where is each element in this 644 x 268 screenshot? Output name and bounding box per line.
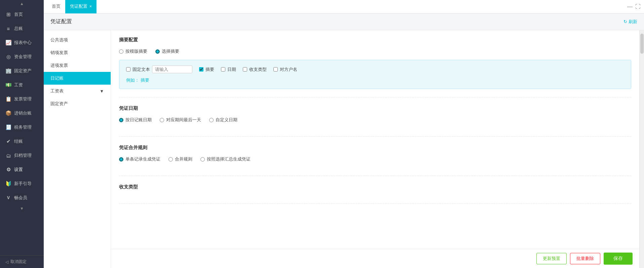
- radio-template-input[interactable]: [119, 49, 123, 54]
- page-wrapper: 凭证配置 ↻ 刷新 公共选项 销项发票 进项发票 日记账: [44, 13, 644, 268]
- checkbox-date[interactable]: 日期: [221, 66, 236, 73]
- radio-custom-date[interactable]: 自定义日期: [209, 117, 237, 123]
- checkbox-summary[interactable]: 摘要: [199, 66, 214, 73]
- radio-merge[interactable]: 合并规则: [168, 156, 192, 162]
- merge-rules-title: 凭证合并规则: [119, 145, 631, 151]
- refresh-button[interactable]: ↻ 刷新: [623, 19, 637, 25]
- sidebar-item-checkout[interactable]: ✔ 结账: [0, 134, 44, 148]
- left-nav-public[interactable]: 公共选项: [44, 34, 111, 46]
- maximize-icon[interactable]: ⛶: [635, 4, 641, 10]
- merge-rules-radio-group: 单条记录生成凭证 合并规则 按照选择汇总生成凭证: [119, 156, 631, 162]
- sidebar-scroll-up[interactable]: ▲: [0, 0, 44, 7]
- radio-journal-date-input[interactable]: [119, 118, 123, 122]
- radio-select[interactable]: 选择摘要: [155, 48, 179, 54]
- checkbox-counterpart[interactable]: 对方户名: [273, 66, 297, 73]
- funds-icon: ◎: [5, 54, 11, 60]
- merge-rules-section: 凭证合并规则 单条记录生成凭证 合并规则: [119, 145, 631, 176]
- example-text-row: 例如： 摘要: [126, 77, 624, 83]
- page-header: 凭证配置 ↻ 刷新: [44, 13, 644, 30]
- left-nav-payroll[interactable]: 工资表 ▼: [44, 85, 111, 97]
- sidebar-item-invoice[interactable]: 📋 发票管理: [0, 92, 44, 106]
- example-value: 摘要: [141, 78, 149, 83]
- radio-select-input[interactable]: [155, 49, 160, 54]
- scrollbar-thumb: [640, 34, 644, 54]
- checkbox-row: 固定文本 摘要 日期: [126, 65, 624, 73]
- checkbox-summary-input[interactable]: [199, 67, 203, 72]
- voucher-date-radio-group: 按日记账日期 对应期间最后一天 自定义日期: [119, 117, 631, 123]
- sidebar-item-assets[interactable]: 🏢 固定资产: [0, 64, 44, 78]
- summary-config-title: 摘要配置: [119, 37, 631, 43]
- tax-icon: 🧾: [5, 124, 11, 130]
- summary-radio-group: 按模版摘要 选择摘要: [119, 48, 631, 54]
- update-preview-button[interactable]: 更新预置: [536, 253, 567, 264]
- left-nav-journal[interactable]: 日记账: [44, 72, 111, 85]
- radio-summary[interactable]: 按照选择汇总生成凭证: [200, 156, 251, 162]
- summary-config-box: 固定文本 摘要 日期: [119, 60, 631, 89]
- voucher-date-title: 凭证日期: [119, 105, 631, 111]
- radio-single-input[interactable]: [119, 157, 123, 162]
- reports-icon: 📈: [5, 40, 11, 46]
- left-nav-sales-invoice[interactable]: 销项发票: [44, 46, 111, 59]
- sidebar-item-ledger[interactable]: ≡ 总账: [0, 21, 44, 36]
- left-nav-fixed-assets[interactable]: 固定资产: [44, 97, 111, 110]
- checkout-icon: ✔: [5, 138, 11, 144]
- example-prefix: 例如：: [126, 78, 139, 83]
- refresh-icon: ↻: [623, 19, 627, 24]
- settings-icon: ⚙: [5, 167, 11, 173]
- page-title: 凭证配置: [50, 18, 72, 25]
- tab-controls: — ⛶: [627, 4, 641, 10]
- tab-home[interactable]: 首页: [47, 0, 65, 13]
- sidebar-item-home[interactable]: ⊞ 首页: [0, 7, 44, 21]
- archive-icon: 🗂: [5, 153, 11, 159]
- sidebar-scroll-down[interactable]: ▼: [0, 205, 44, 212]
- purchase-icon: 📦: [5, 110, 11, 116]
- payment-type-title: 收支类型: [119, 184, 631, 190]
- sidebar-item-funds[interactable]: ◎ 资金管理: [0, 50, 44, 64]
- radio-last-day-input[interactable]: [160, 118, 164, 122]
- radio-single[interactable]: 单条记录生成凭证: [119, 156, 160, 162]
- sidebar-item-purchase[interactable]: 📦 进销台账: [0, 106, 44, 120]
- radio-last-day[interactable]: 对应期间最后一天: [160, 117, 201, 123]
- checkbox-date-input[interactable]: [221, 67, 225, 72]
- invoice-icon: 📋: [5, 96, 11, 102]
- fixed-text-input[interactable]: [152, 65, 192, 73]
- right-content: 摘要配置 按模版摘要 选择摘要: [111, 30, 639, 249]
- radio-template[interactable]: 按模版摘要: [119, 48, 147, 54]
- assets-icon: 🏢: [5, 68, 11, 74]
- payment-type-section: 收支类型: [119, 184, 631, 204]
- voucher-date-section: 凭证日期 按日记账日期 对应期间最后一天: [119, 105, 631, 137]
- radio-custom-date-input[interactable]: [209, 118, 214, 122]
- radio-merge-input[interactable]: [168, 157, 173, 162]
- checkbox-fixed-text-input[interactable]: [126, 67, 130, 72]
- checkbox-fixed-text[interactable]: 固定文本: [126, 65, 192, 73]
- left-nav-purchase-invoice[interactable]: 进项发票: [44, 59, 111, 72]
- radio-summary-input[interactable]: [200, 157, 205, 162]
- sidebar-item-salary[interactable]: 💵 工资: [0, 78, 44, 92]
- content-area: 公共选项 销项发票 进项发票 日记账 工资表 ▼ 固定资产: [44, 30, 644, 268]
- tab-close-icon[interactable]: ×: [89, 4, 92, 9]
- sidebar: ▲ ⊞ 首页 ≡ 总账 📈 报表中心 ◎ 资金管理 🏢 固定资产 💵 工资 📋 …: [0, 0, 44, 268]
- ledger-icon: ≡: [5, 26, 11, 32]
- home-icon: ⊞: [5, 11, 11, 17]
- checkbox-payment-type-input[interactable]: [243, 67, 247, 72]
- pin-icon: ◁: [5, 260, 8, 264]
- checkbox-counterpart-input[interactable]: [273, 67, 278, 72]
- sidebar-item-settings[interactable]: ⚙ 设置: [0, 163, 44, 177]
- tab-bar: 首页 凭证配置 × — ⛶: [44, 0, 644, 13]
- batch-delete-button[interactable]: 批量删除: [570, 253, 600, 264]
- radio-journal-date[interactable]: 按日记账日期: [119, 117, 152, 123]
- sidebar-item-member[interactable]: V 畅会员: [0, 191, 44, 205]
- sidebar-cancel-fixed[interactable]: ◁ 取消固定: [0, 255, 44, 268]
- outer-scrollbar[interactable]: [639, 30, 644, 268]
- checkbox-payment-type[interactable]: 收支类型: [243, 66, 267, 73]
- minimize-icon[interactable]: —: [627, 4, 633, 10]
- member-icon: V: [5, 195, 11, 200]
- sidebar-item-guide[interactable]: 🔰 新手引导: [0, 177, 44, 191]
- save-button[interactable]: 保存: [604, 253, 633, 265]
- summary-config-section: 摘要配置 按模版摘要 选择摘要: [119, 37, 631, 97]
- sidebar-item-archive[interactable]: 🗂 归档管理: [0, 148, 44, 163]
- tab-voucher-config[interactable]: 凭证配置 ×: [65, 0, 97, 13]
- sidebar-item-tax[interactable]: 🧾 税务管理: [0, 120, 44, 134]
- bottom-bar: 更新预置 批量删除 保存: [111, 249, 639, 268]
- sidebar-item-reports[interactable]: 📈 报表中心: [0, 36, 44, 50]
